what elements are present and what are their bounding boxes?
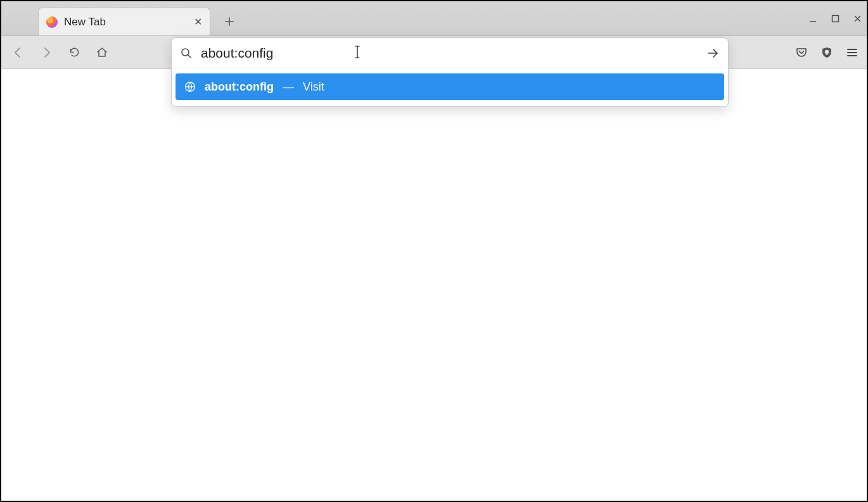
search-icon — [181, 47, 192, 59]
tab-close-icon[interactable]: ✕ — [194, 16, 202, 28]
svg-rect-2 — [826, 53, 828, 55]
suggestion-separator: — — [283, 80, 294, 94]
titlebar: New Tab ✕ — [1, 1, 867, 36]
pocket-button[interactable] — [795, 46, 808, 60]
new-tab-button[interactable] — [218, 10, 241, 33]
svg-point-3 — [182, 49, 189, 56]
urlbar-dropdown: about:config — Visit — [171, 37, 729, 107]
go-arrow-icon[interactable] — [706, 47, 719, 60]
urlbar-suggestion[interactable]: about:config — Visit — [176, 73, 724, 100]
window-controls — [808, 1, 862, 36]
minimize-button[interactable] — [808, 15, 817, 23]
globe-icon — [184, 81, 196, 92]
tab-title: New Tab — [64, 16, 188, 28]
browser-tab[interactable]: New Tab ✕ — [38, 8, 210, 35]
close-window-button[interactable] — [853, 15, 862, 23]
forward-button[interactable] — [37, 43, 56, 62]
urlbar[interactable] — [172, 38, 728, 68]
firefox-favicon-icon — [46, 16, 58, 28]
reload-button[interactable] — [65, 43, 84, 62]
maximize-button[interactable] — [831, 15, 839, 23]
home-button[interactable] — [93, 43, 112, 62]
address-input[interactable] — [201, 46, 698, 61]
menu-button[interactable] — [845, 46, 859, 60]
suggestion-title: about:config — [205, 80, 274, 94]
suggestion-action: Visit — [303, 80, 324, 94]
back-button[interactable] — [9, 43, 28, 62]
svg-rect-0 — [833, 16, 839, 22]
page-content — [1, 69, 867, 501]
ublock-shield-icon[interactable] — [820, 46, 834, 60]
